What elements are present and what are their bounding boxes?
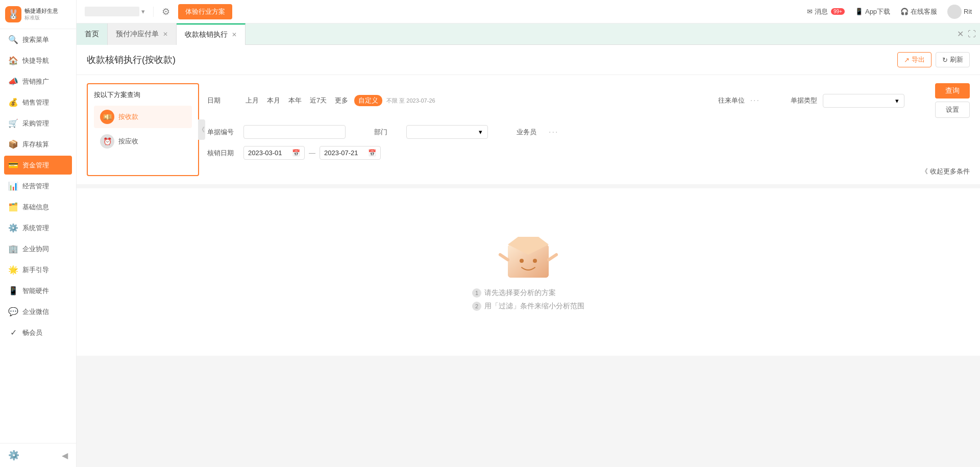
verify-date-start-input[interactable]: 2023-03-01 📅 (243, 146, 305, 160)
date-this-year[interactable]: 本年 (286, 95, 304, 106)
sidebar-collapse-icon[interactable]: ◀ (62, 451, 68, 460)
tip-text-2: 用「过滤」条件来缩小分析范围 (484, 302, 584, 311)
company-selector[interactable]: ▾ (85, 7, 145, 16)
service-icon: 🎧 (900, 8, 909, 15)
doc-type-select[interactable]: ▾ (823, 94, 904, 108)
date-shortcuts: 上月 本月 本年 近7天 更多 自定义 不限 至 2023-07-26 (243, 95, 435, 106)
sidebar-item-search-menu[interactable]: 🔍 搜索菜单 (0, 29, 76, 50)
sidebar-label-system: 系统管理 (22, 224, 49, 233)
sidebar-item-quick-nav[interactable]: 🏠 快捷导航 (0, 50, 76, 71)
app-download-label: App下载 (865, 7, 890, 16)
doc-num-label: 单据编号 (207, 128, 235, 137)
sidebar-label-marketing: 营销推广 (22, 77, 49, 86)
setting-button[interactable]: 设置 (935, 102, 970, 118)
user-avatar (947, 5, 962, 19)
refresh-label: 刷新 (950, 55, 963, 64)
sidebar-item-inventory[interactable]: 📦 库存核算 (0, 134, 76, 155)
sidebar-item-enterprise[interactable]: 🏢 企业协同 (0, 238, 76, 259)
counterpart-label: 往来单位 (718, 96, 746, 105)
sidebar-item-system[interactable]: ⚙️ 系统管理 (0, 217, 76, 238)
settings-icon[interactable]: ⚙ (162, 6, 170, 17)
filter-option-by-receipt[interactable]: 💴 按收款 (94, 106, 192, 128)
date-custom-badge[interactable]: 自定义 (354, 95, 382, 106)
date-more[interactable]: 更多 (333, 95, 350, 106)
query-button[interactable]: 查询 (935, 83, 970, 99)
query-actions: 查询 设置 (935, 83, 970, 118)
message-button[interactable]: ✉ 消息 99+ (807, 7, 845, 16)
svg-point-4 (533, 259, 537, 263)
page-header: 收款核销执行(按收款) ↗ 导出 ↻ 刷新 (77, 45, 980, 75)
verify-date-end-input[interactable]: 2023-07-21 📅 (320, 146, 381, 160)
app-download-button[interactable]: 📱 App下载 (855, 7, 890, 16)
dept-label: 部门 (374, 128, 402, 137)
tab-expand-icon[interactable]: ⛶ (968, 30, 976, 39)
topbar-divider (153, 7, 154, 17)
purchase-icon: 🛒 (8, 118, 18, 128)
scheme-panel-collapse-btn[interactable]: 《 (198, 119, 205, 140)
tab-receipt-cancel-close-icon[interactable]: ✕ (232, 31, 237, 38)
sidebar-item-marketing[interactable]: 📣 营销推广 (0, 71, 76, 92)
sidebar-item-base-info[interactable]: 🗂️ 基础信息 (0, 196, 76, 217)
sidebar-item-sales[interactable]: 💰 销售管理 (0, 92, 76, 113)
date-no-limit: 不限 至 2023-07-26 (386, 97, 435, 105)
sidebar-item-member[interactable]: ✓ 畅会员 (0, 322, 76, 343)
collapse-more-btn[interactable]: 《 收起更多条件 (207, 167, 970, 176)
tab-home-label: 首页 (85, 30, 99, 39)
sidebar-label-base-info: 基础信息 (22, 203, 49, 212)
industry-solution-button[interactable]: 体验行业方案 (178, 4, 232, 19)
filter-row-2: 单据编号 部门 ▾ 业务员 ··· (207, 125, 970, 139)
tab-home[interactable]: 首页 (77, 23, 108, 45)
sidebar-item-guide[interactable]: 🌟 新手引导 (0, 259, 76, 280)
filter-area: 按以下方案查询 💴 按收款 ⏰ 按应收 《 日期 上月 本 (77, 75, 980, 184)
main-area: ▾ ⚙ 体验行业方案 ✉ 消息 99+ 📱 App下载 🎧 在线客服 Rit (77, 0, 980, 467)
refresh-button[interactable]: ↻ 刷新 (936, 52, 970, 67)
export-button[interactable]: ↗ 导出 (897, 52, 932, 67)
sidebar-item-purchase[interactable]: 🛒 采购管理 (0, 113, 76, 134)
counterpart-select[interactable]: ··· (750, 96, 760, 105)
online-service-button[interactable]: 🎧 在线客服 (900, 7, 937, 16)
svg-line-5 (500, 255, 508, 260)
tab-prepay[interactable]: 预付冲应付单 ✕ (108, 23, 177, 45)
verify-date-label: 核销日期 (207, 149, 235, 158)
empty-tip-2: 2 用「过滤」条件来缩小分析范围 (472, 302, 584, 311)
operation-icon: 📊 (8, 181, 18, 191)
sidebar-item-wechat[interactable]: 💬 企业微信 (0, 301, 76, 322)
sidebar-item-hardware[interactable]: 📱 智能硬件 (0, 280, 76, 301)
page-content: 收款核销执行(按收款) ↗ 导出 ↻ 刷新 按以下方案查询 💴 按收款 (77, 45, 980, 467)
sidebar-label-guide: 新手引导 (22, 265, 49, 275)
date-last-month[interactable]: 上月 (243, 95, 261, 106)
doc-type-arrow: ▾ (895, 97, 899, 105)
sidebar-label-inventory: 库存核算 (22, 140, 49, 149)
sales-icon: 💰 (8, 97, 18, 107)
sidebar-settings-icon[interactable]: ⚙️ (8, 450, 19, 461)
service-label: 在线客服 (911, 7, 937, 16)
dept-select[interactable]: ▾ (406, 125, 488, 139)
company-dropdown-icon[interactable]: ▾ (141, 8, 145, 15)
sidebar-label-search-menu: 搜索菜单 (22, 35, 49, 44)
date-range-separator: — (309, 149, 315, 157)
tip-num-2: 2 (472, 302, 481, 311)
calendar-start-icon: 📅 (292, 149, 300, 157)
filter-option-by-receivable[interactable]: ⏰ 按应收 (94, 130, 192, 153)
user-menu[interactable]: Rit (947, 5, 972, 19)
search-menu-icon: 🔍 (8, 35, 18, 44)
sidebar-item-finance[interactable]: 💳 资金管理 (4, 156, 72, 175)
base-info-icon: 🗂️ (8, 202, 18, 212)
tab-prepay-close-icon[interactable]: ✕ (163, 31, 168, 38)
date-7days[interactable]: 近7天 (308, 95, 329, 106)
doc-num-input[interactable] (243, 125, 346, 139)
staff-select[interactable]: ··· (549, 128, 558, 137)
tabbar-actions: ✕ ⛶ (957, 29, 980, 39)
tab-receipt-cancel[interactable]: 收款核销执行 ✕ (177, 23, 246, 45)
tip-num-1: 1 (472, 288, 481, 298)
verify-date-range: 2023-03-01 📅 — 2023-07-21 📅 (243, 146, 381, 160)
sidebar-label-enterprise: 企业协同 (22, 244, 49, 254)
doc-type-label: 单据类型 (791, 96, 819, 105)
tab-close-all-icon[interactable]: ✕ (957, 29, 964, 39)
empty-illustration (498, 229, 559, 280)
sidebar-item-operation[interactable]: 📊 经营管理 (0, 176, 76, 196)
marketing-icon: 📣 (8, 77, 18, 86)
date-this-month[interactable]: 本月 (265, 95, 282, 106)
logo-icon: 🐰 (5, 6, 21, 22)
collapse-more-label: 收起更多条件 (930, 167, 970, 176)
